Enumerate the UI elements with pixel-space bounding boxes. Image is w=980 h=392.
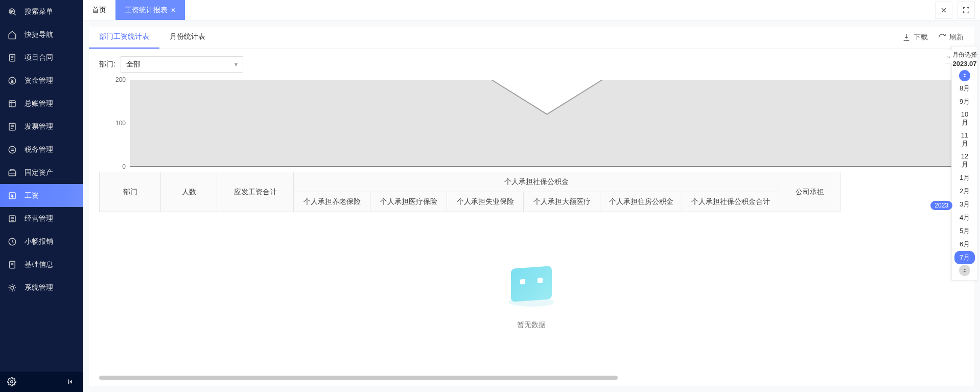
month-option[interactable]: 9月 (954, 95, 975, 108)
sidebar-item-2[interactable]: 项目合同 (0, 46, 83, 69)
contract-icon (7, 53, 17, 63)
horizontal-scrollbar[interactable] (99, 375, 964, 381)
sidebar-item-5[interactable]: 发票管理 (0, 115, 83, 138)
refresh-icon (938, 33, 946, 41)
th-total: 应发工资合计 (217, 172, 294, 212)
empty-state: 暂无数据 (99, 212, 964, 375)
sidebar-item-label: 快捷导航 (25, 30, 53, 39)
sidebar-item-label: 系统管理 (25, 283, 53, 292)
month-option[interactable]: 5月 (954, 224, 975, 238)
info-icon (7, 260, 17, 270)
department-select-value: 全部 (126, 60, 141, 69)
business-icon (7, 214, 17, 224)
table-area: 部门人数应发工资合计个人承担社保公积金公司承担个人承担养老保险个人承担医疗保险个… (89, 172, 974, 386)
money-icon (7, 76, 17, 86)
month-panel-date: 2023.07 (953, 60, 977, 67)
sidebar-item-4[interactable]: 总账管理 (0, 92, 83, 115)
th-company: 公司承担 (779, 172, 841, 212)
download-button[interactable]: 下载 (902, 33, 928, 42)
chart-area: 0100200 (89, 80, 974, 172)
th-group: 个人承担社保公积金 (294, 172, 779, 192)
sidebar-item-3[interactable]: 资金管理 (0, 69, 83, 92)
sidebar-item-9[interactable]: 经营管理 (0, 207, 83, 230)
svg-point-5 (9, 146, 16, 153)
svg-point-12 (11, 381, 13, 383)
system-icon (7, 283, 17, 293)
close-all-tabs-button[interactable] (935, 2, 952, 19)
month-option[interactable]: 7月 (954, 251, 975, 264)
month-option[interactable]: 3月 (954, 198, 975, 211)
sidebar-item-label: 固定资产 (25, 168, 53, 177)
download-label: 下载 (914, 33, 928, 42)
tab-home[interactable]: 首页 (83, 0, 115, 20)
department-select[interactable]: 全部 ▾ (121, 56, 243, 73)
sidebar-item-label: 发票管理 (25, 122, 53, 131)
month-prev-button[interactable] (959, 70, 970, 81)
month-next-button[interactable] (959, 265, 970, 276)
month-option[interactable]: 2月 (954, 185, 975, 198)
th-sub-4: 个人承担医疗保险 (370, 192, 447, 212)
salary-table: 部门人数应发工资合计个人承担社保公积金公司承担个人承担养老保险个人承担医疗保险个… (99, 172, 841, 212)
sub-tabs: 部门工资统计表 月份统计表 下载 刷新 (89, 27, 974, 49)
sidebar-item-12[interactable]: 系统管理 (0, 276, 83, 299)
sidebar-item-label: 税务管理 (25, 145, 53, 154)
month-option[interactable]: 1月 (954, 171, 975, 185)
y-tick: 0 (122, 163, 126, 170)
month-option[interactable]: 6月 (954, 238, 975, 251)
th-sub-7: 个人承担住房公积金 (600, 192, 682, 212)
th-sub-5: 个人承担失业保险 (447, 192, 524, 212)
month-panel: » 月份选择 2023.07 8月9月10月11月12月1月2月3月4月5月6月… (951, 46, 978, 281)
sidebar-item-11[interactable]: 基础信息 (0, 253, 83, 276)
empty-illustration (501, 257, 562, 313)
download-icon (902, 33, 911, 41)
invoice-icon (7, 122, 17, 132)
gear-icon[interactable] (7, 377, 16, 386)
month-option[interactable]: 10月 (954, 108, 975, 129)
reimburse-icon (7, 237, 17, 247)
sidebar-item-8[interactable]: 工资 (0, 184, 83, 207)
sidebar-footer (0, 372, 83, 392)
refresh-button[interactable]: 刷新 (938, 33, 964, 42)
sidebar-item-0[interactable]: 搜索菜单 (0, 0, 83, 23)
salary-icon (7, 191, 17, 201)
sidebar-item-label: 经营管理 (25, 214, 53, 223)
collapse-sidebar-icon[interactable] (66, 377, 76, 386)
sidebar-item-label: 总账管理 (25, 99, 53, 108)
sidebar-item-label: 基础信息 (25, 260, 53, 269)
svg-rect-13 (68, 380, 69, 384)
refresh-label: 刷新 (949, 33, 964, 42)
th-sub-8: 个人承担社保公积金合计 (682, 192, 779, 212)
asset-icon (7, 168, 17, 178)
chevron-down-icon: ▾ (235, 61, 238, 68)
main: 首页 工资统计报表 ✕ 部门工资统计表 月份统计表 下载 (83, 0, 980, 392)
fullscreen-button[interactable] (958, 2, 975, 19)
y-tick: 100 (115, 120, 126, 127)
th-sub-6: 个人承担大额医疗 (524, 192, 600, 212)
tab-salary-report[interactable]: 工资统计报表 ✕ (115, 0, 185, 20)
sidebar: 搜索菜单快捷导航项目合同资金管理总账管理发票管理税务管理固定资产工资经营管理小畅… (0, 0, 83, 392)
sidebar-item-10[interactable]: 小畅报销 (0, 230, 83, 253)
th-count: 人数 (161, 172, 217, 212)
content-card: 部门工资统计表 月份统计表 下载 刷新 部门: (89, 27, 974, 386)
year-badge: 2023 (930, 201, 952, 210)
tab-label: 工资统计报表 (125, 6, 168, 15)
month-option[interactable]: 12月 (954, 150, 975, 171)
sidebar-item-label: 资金管理 (25, 76, 53, 85)
filter-row: 部门: 全部 ▾ (89, 49, 974, 80)
month-panel-collapse[interactable]: » (945, 50, 952, 64)
subtab-department[interactable]: 部门工资统计表 (89, 26, 159, 49)
sidebar-item-6[interactable]: 税务管理 (0, 138, 83, 161)
sidebar-item-1[interactable]: 快捷导航 (0, 23, 83, 46)
month-option[interactable]: 4月 (954, 211, 975, 224)
sidebar-item-label: 搜索菜单 (25, 7, 53, 16)
sidebar-item-label: 工资 (25, 191, 39, 200)
month-option[interactable]: 8月 (954, 82, 975, 95)
close-icon[interactable]: ✕ (171, 7, 176, 14)
subtab-month[interactable]: 月份统计表 (159, 26, 216, 49)
chart-plot (130, 80, 964, 167)
chart-y-axis: 0100200 (99, 80, 130, 167)
th-sub-3: 个人承担养老保险 (294, 192, 370, 212)
month-option[interactable]: 11月 (954, 129, 975, 150)
sidebar-item-7[interactable]: 固定资产 (0, 161, 83, 184)
home-icon (7, 30, 17, 40)
